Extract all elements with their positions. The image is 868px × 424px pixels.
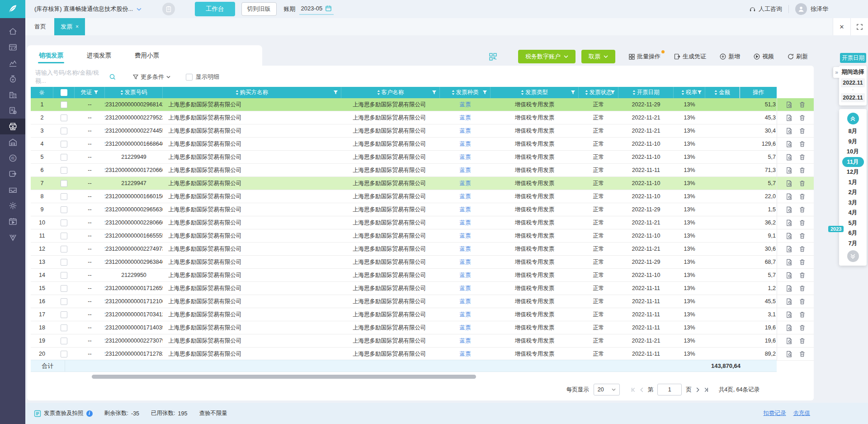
table-row[interactable]: 3 -- 22312000000002274455 上海思多励国际贸易有限公司 …	[31, 124, 814, 138]
month-item[interactable]: 5月	[842, 218, 864, 229]
view-invoice-icon[interactable]	[786, 246, 793, 252]
delete-invoice-icon[interactable]	[799, 351, 806, 357]
invoice-check-item[interactable]: 发票查验及拍照 i	[34, 410, 93, 417]
delete-invoice-icon[interactable]	[799, 206, 806, 213]
delete-invoice-icon[interactable]	[799, 180, 806, 187]
table-row[interactable]: 11 -- 22312000000001665555 上海思多励国际贸易有限公司…	[31, 229, 814, 243]
month-item[interactable]: 4月	[842, 208, 864, 218]
filter-icon[interactable]	[697, 90, 702, 95]
row-checkbox[interactable]	[61, 206, 67, 213]
tab-close-icon[interactable]: ×	[75, 24, 79, 30]
deduction-record-link[interactable]: 扣费记录	[764, 410, 786, 417]
row-checkbox[interactable]	[61, 351, 67, 357]
view-invoice-icon[interactable]	[786, 101, 793, 108]
table-row[interactable]: 15 -- 22312000000001712659 上海思多励国际贸易有限公司…	[31, 282, 814, 295]
view-invoice-icon[interactable]	[786, 233, 793, 239]
col-header-amount[interactable]: 金额	[705, 87, 740, 98]
sidebar-item-archive-icon[interactable]	[0, 182, 25, 198]
table-row[interactable]: 18 -- 22312000000001714039 上海思多励国际贸易有限公司…	[31, 321, 814, 334]
view-invoice-icon[interactable]	[786, 154, 793, 161]
qr-print-icon[interactable]	[489, 53, 497, 61]
month-item[interactable]: 7月	[842, 238, 864, 249]
sort-icon[interactable]	[585, 90, 588, 95]
first-page-icon[interactable]	[631, 387, 636, 392]
recharge-link[interactable]: 去充值	[793, 410, 811, 417]
month-item[interactable]: 9月	[842, 137, 864, 147]
delete-invoice-icon[interactable]	[799, 219, 806, 226]
delete-invoice-icon[interactable]	[799, 233, 806, 239]
info-icon[interactable]: i	[86, 410, 93, 417]
table-row[interactable]: 8 -- 22312000000001660150 上海思多励国际贸易有限公司 …	[31, 190, 814, 203]
sort-icon[interactable]	[632, 90, 636, 95]
month-item[interactable]: 2月	[842, 187, 864, 198]
clipboard-icon[interactable]	[162, 3, 175, 15]
row-checkbox[interactable]	[61, 246, 67, 252]
view-invoice-icon[interactable]	[786, 311, 793, 318]
col-header-kind[interactable]: 发票种类	[440, 87, 491, 98]
next-page-icon[interactable]	[696, 387, 700, 392]
delete-invoice-icon[interactable]	[799, 324, 806, 331]
month-item[interactable]: 10月	[842, 147, 864, 157]
table-row[interactable]: 20 -- 22312000000001712782 上海思多励国际贸易有限公司…	[31, 348, 814, 361]
per-page-select[interactable]: 20	[594, 384, 620, 395]
row-checkbox[interactable]	[61, 154, 67, 161]
generate-voucher-button[interactable]: 生成凭证	[674, 52, 706, 61]
month-item[interactable]: 3月	[842, 198, 864, 208]
col-header-invoice-no[interactable]: 发票号码	[105, 87, 163, 98]
table-row[interactable]: 16 -- 22312000000001712106 上海思多励国际贸易有限公司…	[31, 295, 814, 308]
close-all-icon[interactable]: ✕	[833, 18, 850, 35]
date-to[interactable]: 2022.11	[841, 93, 865, 102]
table-row[interactable]: 1 -- 22312000000002968142 上海思多励国际贸易有限公司 …	[31, 98, 814, 111]
table-row[interactable]: 19 -- 22312000000002273079 上海思多励国际贸易有限公司…	[31, 334, 814, 348]
col-header-buyer[interactable]: 购买方名称	[163, 87, 341, 98]
col-header-voucher[interactable]: 凭证	[75, 87, 105, 98]
row-checkbox[interactable]	[61, 219, 67, 226]
add-invoice-button[interactable]: 新增	[720, 52, 740, 61]
fullscreen-icon[interactable]	[850, 18, 868, 35]
filter-icon[interactable]	[432, 90, 437, 95]
sort-icon[interactable]	[377, 90, 380, 95]
view-invoice-icon[interactable]	[786, 180, 793, 187]
table-row[interactable]: 9 -- 22312000000002965636 上海思多励国际贸易有限公司 …	[31, 203, 814, 216]
delete-invoice-icon[interactable]	[799, 259, 806, 266]
month-item[interactable]: 8月	[842, 126, 864, 137]
sidebar-item-transfer-icon[interactable]	[0, 166, 25, 182]
sidebar-item-invoice-icon[interactable]	[0, 119, 25, 134]
video-help-button[interactable]: 视频	[754, 52, 774, 61]
subtab[interactable]: 进项发票	[86, 47, 112, 64]
delete-invoice-icon[interactable]	[799, 101, 806, 108]
date-from[interactable]: 2022.11	[841, 78, 865, 87]
view-invoice-icon[interactable]	[786, 272, 793, 279]
delete-invoice-icon[interactable]	[799, 272, 806, 279]
delete-invoice-icon[interactable]	[799, 154, 806, 161]
tab-invoice-active[interactable]: 发票 ×	[54, 18, 85, 35]
row-checkbox[interactable]	[61, 338, 67, 344]
row-checkbox[interactable]	[61, 180, 67, 187]
table-row[interactable]: 10 -- 22312000000002280660 上海思多励国际贸易有限公司…	[31, 216, 814, 229]
sidebar-item-settings-icon[interactable]	[0, 198, 25, 214]
table-row[interactable]: 12 -- 22312000000002274973 上海思多励国际贸易有限公司…	[31, 243, 814, 256]
view-invoice-icon[interactable]	[786, 167, 793, 174]
month-item[interactable]: 6月	[842, 228, 864, 238]
row-checkbox[interactable]	[61, 193, 67, 200]
view-invoice-icon[interactable]	[786, 338, 793, 344]
sidebar-item-brand-v-icon[interactable]	[0, 229, 25, 245]
more-conditions-button[interactable]: 更多条件	[133, 73, 170, 81]
filter-icon[interactable]	[571, 90, 576, 95]
refresh-button[interactable]: 刷新	[788, 52, 808, 61]
column-settings[interactable]	[31, 87, 53, 98]
filter-icon[interactable]	[482, 90, 487, 95]
row-checkbox[interactable]	[61, 298, 67, 305]
subtab[interactable]: 费用小票	[134, 47, 160, 64]
view-invoice-icon[interactable]	[786, 298, 793, 305]
month-item[interactable]: 1月	[842, 177, 864, 188]
sort-icon[interactable]	[521, 90, 524, 95]
period-picker[interactable]: 2023-05	[299, 4, 334, 15]
table-row[interactable]: 13 -- 22312000000002963846 上海思多励国际贸易有限公司…	[31, 256, 814, 269]
sidebar-item-video-course-icon[interactable]	[0, 214, 25, 229]
sidebar-item-billing-icon[interactable]	[0, 39, 25, 55]
row-checkbox[interactable]	[61, 141, 67, 148]
sidebar-item-home-icon[interactable]	[0, 24, 25, 39]
sidebar-item-enterprise-icon[interactable]	[0, 87, 25, 103]
view-invoice-icon[interactable]	[786, 259, 793, 266]
